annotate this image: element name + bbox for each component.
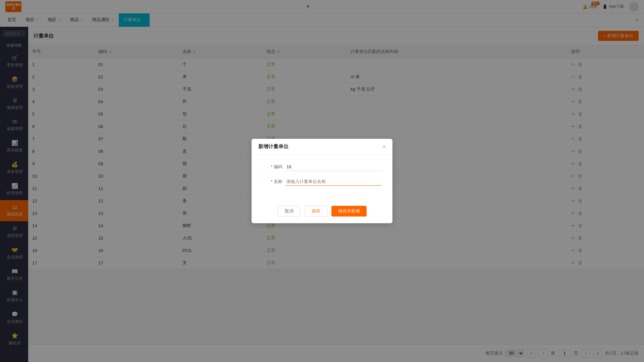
modal-footer: 取消 保存 保存并新增 [252, 200, 392, 223]
modal-body: 编码 名称 [252, 155, 392, 200]
code-label: 编码 [262, 164, 282, 170]
cancel-button[interactable]: 取消 [278, 206, 301, 217]
modal-overlay[interactable]: 新增计量单位 × 编码 名称 取消 保存 保存并新增 [0, 0, 644, 362]
modal-close-btn[interactable]: × [383, 144, 386, 150]
save-button[interactable]: 保存 [305, 206, 327, 217]
form-row-name: 名称 [262, 178, 382, 186]
save-new-button[interactable]: 保存并新增 [331, 206, 367, 217]
name-label: 名称 [262, 179, 282, 185]
modal-header: 新增计量单位 × [252, 139, 392, 155]
modal-title: 新增计量单位 [258, 143, 288, 150]
code-input[interactable] [285, 163, 382, 171]
name-input[interactable] [285, 178, 382, 186]
form-row-code: 编码 [262, 163, 382, 171]
add-unit-modal: 新增计量单位 × 编码 名称 取消 保存 保存并新增 [252, 139, 392, 223]
